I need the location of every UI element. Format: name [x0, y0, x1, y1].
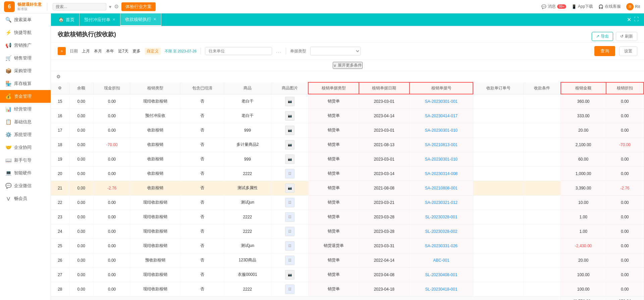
cell-verify-discount: 0.00	[606, 166, 644, 181]
filter-expand-button[interactable]: »	[58, 47, 66, 55]
sidebar-item-1[interactable]: ⚡快捷导航	[0, 26, 51, 39]
cell-verify-num: SA-20230301-010	[410, 123, 473, 137]
refresh-label: 刷新	[625, 34, 633, 39]
date-this-year[interactable]: 本年	[106, 48, 114, 54]
cell-verify-discount: 0.00	[606, 239, 644, 253]
setting-button[interactable]: 设置	[619, 46, 637, 56]
voucher-type-select[interactable]	[310, 47, 361, 55]
sidebar-item-0[interactable]: 🔍搜索菜单	[0, 13, 51, 26]
verify-num-link[interactable]: SA-20210813-001	[425, 142, 458, 147]
column-settings-icon[interactable]: ⚙	[56, 74, 61, 79]
sidebar-item-9[interactable]: ⚙️系统管理	[0, 128, 51, 141]
verify-num-link[interactable]: ABC-001	[433, 258, 449, 263]
footer-total-amount: 40,556,66...	[561, 296, 606, 300]
sidebar-item-8[interactable]: 📋基础信息	[0, 116, 51, 128]
verify-num-link[interactable]: SA-20230314-008	[425, 171, 458, 176]
download-icon: 📱	[572, 4, 577, 9]
cell-verify-type: 收款核销	[130, 137, 180, 152]
verify-num-link[interactable]: SL-20230408-001	[425, 272, 457, 277]
sidebar-icon-3: 🛒	[5, 55, 11, 61]
cell-verify-voucher-type: 销货单	[308, 181, 359, 195]
cell-goods-img: 📷	[271, 152, 308, 166]
verify-num-link[interactable]: SL-20230328-002	[425, 229, 457, 234]
sidebar-item-14[interactable]: V畅会员	[0, 192, 51, 205]
verify-num-link[interactable]: SA-20230321-012	[425, 200, 458, 205]
tab-prepay-close[interactable]: ✕	[112, 17, 115, 22]
date-filter-label: 日期	[70, 48, 78, 54]
cell-idx: 18	[51, 137, 69, 152]
verify-num-link[interactable]: SA-20230301-010	[425, 128, 458, 133]
window-close-icon[interactable]: ✕	[627, 16, 631, 23]
cell-goods-img: 📷	[271, 267, 308, 282]
user-avatar[interactable]: R Rit	[626, 3, 640, 10]
tab-verify[interactable]: 收款核销执行 ✕	[120, 13, 161, 26]
window-maximize-icon[interactable]: ⛶	[634, 16, 639, 23]
goods-image: 🖼	[285, 212, 294, 222]
page-header: 收款核销执行(按收款) ↗ 导出 ↺ 刷新	[51, 26, 644, 43]
cell-verify-amount: 10.00	[561, 195, 606, 210]
date-this-month[interactable]: 本月	[94, 48, 102, 54]
expand-more-button[interactable]: ∨ 展开更多条件	[333, 62, 363, 69]
verify-num-link[interactable]: SA-20230301-010	[425, 157, 458, 162]
cell-idx: 23	[51, 210, 69, 224]
sidebar-item-4[interactable]: 📦采购管理	[0, 65, 51, 77]
search-dropdown-icon[interactable]: ▾	[109, 4, 111, 9]
goods-image: 🖼	[285, 241, 294, 251]
app-download-btn[interactable]: 📱 App下载	[572, 4, 593, 9]
verify-num-link[interactable]: SA-20210808-001	[425, 186, 458, 190]
sidebar-icon-1: ⚡	[5, 30, 11, 36]
sidebar-item-12[interactable]: 💻智能硬件	[0, 167, 51, 179]
cell-include-settled: 否	[180, 123, 224, 137]
cell-balance: 0.00	[69, 195, 93, 210]
cell-verify-discount: 0.00	[606, 253, 644, 267]
cell-verify-type: 收款核销	[130, 166, 180, 181]
th-receipt-order-num: 收款单订单号	[473, 82, 523, 94]
cell-receipt-condition	[523, 253, 560, 267]
verify-num-link[interactable]: SA-20230414-017	[425, 114, 458, 118]
settings-icon[interactable]: ⚙	[114, 3, 119, 10]
message-icon: 💬	[541, 4, 546, 9]
cell-verify-date: 2023-03-01	[359, 123, 410, 137]
cell-verify-discount: 0.00	[606, 267, 644, 282]
top-search-input[interactable]	[53, 3, 106, 10]
tab-prepay-label: 预付冲应付单	[84, 17, 110, 23]
date-hint: 不限 至 2023-07-26	[165, 49, 197, 54]
date-last-month[interactable]: 上月	[82, 48, 90, 54]
sidebar-item-3[interactable]: 🛒销售管理	[0, 52, 51, 65]
cell-receipt-order-num	[473, 253, 523, 267]
sidebar-icon-2: 📢	[5, 42, 11, 48]
partner-input[interactable]	[205, 47, 272, 55]
tab-home[interactable]: 🏠 首页	[54, 13, 79, 26]
industry-solution-button[interactable]: 体验行业方案	[121, 2, 156, 11]
sidebar-item-7[interactable]: 📊经营管理	[0, 103, 51, 116]
cell-cash-discount: 0.00	[93, 210, 130, 224]
message-btn[interactable]: 💬 消息 99+	[541, 4, 566, 9]
sidebar-item-6[interactable]: 💰资金管理	[0, 90, 51, 103]
date-custom[interactable]: 自定义	[145, 48, 161, 55]
cell-cash-discount: -70.00	[93, 137, 130, 152]
cell-verify-date: 2021-08-13	[359, 137, 410, 152]
sidebar-item-13[interactable]: 💬企业微信	[0, 179, 51, 192]
verify-num-link[interactable]: SL-20230418-001	[425, 287, 457, 292]
export-button[interactable]: ↗ 导出	[592, 32, 613, 41]
top-bar-right: 💬 消息 99+ 📱 App下载 🎧 在线客服 R Rit	[541, 3, 640, 10]
tab-prepay[interactable]: 预付冲应付单 ✕	[79, 13, 120, 26]
date-7days[interactable]: 近7天	[118, 48, 128, 54]
tab-verify-close[interactable]: ✕	[153, 17, 156, 22]
sidebar-item-5[interactable]: 🏪库存核算	[0, 77, 51, 90]
verify-num-link[interactable]: SL-20230328-001	[425, 215, 457, 219]
cell-include-settled: 否	[180, 224, 224, 239]
sidebar-item-10[interactable]: 🤝企业协同	[0, 141, 51, 154]
expand-more-label: 展开更多条件	[338, 62, 362, 68]
sidebar-item-2[interactable]: 📢营销推广	[0, 39, 51, 52]
verify-num-link[interactable]: SA-20230301-001	[425, 99, 458, 104]
online-service-btn[interactable]: 🎧 在线客服	[598, 4, 621, 9]
date-more[interactable]: 更多	[132, 48, 141, 54]
query-button[interactable]: 查询	[594, 46, 615, 56]
cell-receipt-condition	[523, 94, 560, 109]
verify-num-link[interactable]: SA-20230331-026	[425, 244, 458, 248]
sidebar-item-11[interactable]: 📖新手引导	[0, 154, 51, 167]
refresh-button[interactable]: ↺ 刷新	[616, 32, 637, 41]
sidebar-icon-9: ⚙️	[5, 132, 11, 138]
cell-idx: 21	[51, 181, 69, 195]
